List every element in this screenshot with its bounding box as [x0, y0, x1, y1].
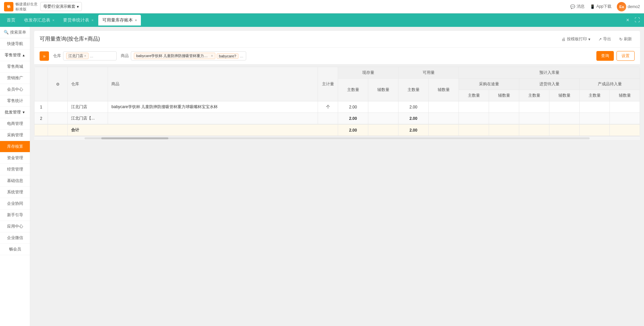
cell-pending-aux — [549, 101, 580, 113]
warehouse-tag-close[interactable]: × — [84, 54, 86, 58]
close-all-tabs-btn[interactable]: × — [625, 16, 631, 25]
col-header-prod-main-qty: 主数量 — [580, 90, 610, 101]
col-header-main-unit: 主计量 — [318, 67, 338, 101]
sidebar: 🔍 搜索菜单 快捷导航 零售管理 ▲ 零售商城 营销推广 会员中心 零售统计 批… — [0, 27, 30, 326]
filter-bar: » 仓库 江北门店 × ... 商品 — [34, 47, 640, 64]
tab-keyongliang[interactable]: 可用量库存账本 × — [98, 15, 141, 26]
app-download-btn[interactable]: 📱 App下载 — [590, 4, 611, 9]
fullscreen-btn[interactable]: ⛶ — [633, 16, 641, 25]
total-stock-main: 2.00 — [338, 124, 368, 136]
product-filter: 商品 babycare学饮杯 儿童防摔防撞吸管杯重力球吸嘴杯宝宝水杯 × bab… — [121, 51, 246, 60]
sidebar-item-new-guide[interactable]: 新手引导 — [0, 209, 30, 221]
sidebar-search[interactable]: 🔍 搜索菜单 — [0, 27, 30, 38]
col-header-avail-main-qty: 主数量 — [398, 79, 429, 101]
scrollbar-track[interactable] — [85, 137, 590, 139]
export-btn[interactable]: ↗ 导出 — [596, 35, 614, 43]
chevron-down-icon: ▾ — [77, 4, 79, 9]
sidebar-item-basic-info[interactable]: 基础信息 — [0, 175, 30, 187]
logo-area: 畅 畅捷通好生意 标准版 — [4, 2, 38, 11]
export-icon: ↗ — [598, 37, 602, 42]
tab-close-icon[interactable]: × — [135, 18, 137, 22]
sidebar-item-member[interactable]: 会员中心 — [0, 84, 30, 95]
total-avail-main: 2.00 — [398, 124, 429, 136]
cell-prod-main — [580, 101, 610, 113]
tab-shoucun[interactable]: 收发存汇总表 × — [20, 15, 58, 26]
col-header-prod-aux-qty: 辅数量 — [610, 90, 640, 101]
col-header-settings[interactable]: ⚙ — [48, 67, 68, 101]
cell-product — [108, 113, 318, 125]
scrollbar-area — [34, 136, 640, 140]
warehouse-input[interactable]: 江北门店 × ... — [63, 51, 117, 60]
cell-stock-aux — [368, 101, 398, 113]
filter-actions: 查询 设置 — [596, 51, 635, 61]
tab-close-icon[interactable]: × — [52, 18, 54, 22]
tab-bar-actions: × ⛶ — [625, 16, 641, 25]
total-row: 合计 2.00 2.00 — [35, 124, 640, 136]
query-button[interactable]: 查询 — [596, 51, 614, 61]
setting-button[interactable]: 设置 — [616, 51, 635, 61]
col-header-purchase-aux-qty: 辅数量 — [489, 90, 519, 101]
sidebar-item-inventory-check[interactable]: 库存核算 — [0, 141, 30, 152]
sidebar-item-member2[interactable]: 畅会员 — [0, 244, 30, 255]
product-tag2: babycare? — [217, 53, 238, 59]
warehouse-more[interactable]: ... — [90, 54, 93, 58]
logo-icon: 畅 — [4, 2, 13, 11]
cell-settings — [48, 113, 68, 125]
cell-index: 2 — [35, 113, 48, 125]
cell-index: 1 — [35, 101, 48, 113]
sidebar-item-retail-stat[interactable]: 零售统计 — [0, 95, 30, 107]
org-selector[interactable]: 母婴行业演示账套 ▾ — [40, 2, 82, 11]
top-bar-left: 畅 畅捷通好生意 标准版 母婴行业演示账套 ▾ — [4, 2, 82, 11]
product-more[interactable]: ... — [240, 54, 243, 58]
table-container: ⚙ 仓库 商品 主计量 现存量 可用量 预计入库量 主数量 辅数量 主数量 — [34, 67, 640, 136]
print-btn[interactable]: 🖨 按模板打印 ▾ — [559, 35, 593, 43]
cell-avail-aux — [429, 101, 459, 113]
message-btn[interactable]: 💬 消息 — [570, 4, 585, 9]
total-purchase-aux — [489, 124, 519, 136]
sidebar-item-marketing[interactable]: 营销推广 — [0, 73, 30, 84]
chevron-icon: ▼ — [22, 110, 25, 114]
sidebar-item-retail-mgmt[interactable]: 零售管理 ▲ — [0, 50, 30, 61]
warehouse-filter: 仓库 江北门店 × ... — [53, 51, 117, 60]
col-header-current-stock: 现存量 — [338, 67, 398, 79]
chevron-down-icon: ▾ — [588, 37, 590, 42]
filter-toggle-btn[interactable]: » — [40, 51, 49, 61]
sidebar-item-wholesale-mgmt[interactable]: 批发管理 ▼ — [0, 107, 30, 118]
cell-prod-main — [580, 113, 610, 125]
refresh-btn[interactable]: ↻ 刷新 — [616, 35, 635, 43]
cell-warehouse: 江北门店 — [68, 101, 108, 113]
cell-unit — [318, 113, 338, 125]
tab-yaohuo[interactable]: 要货单统计表 × — [59, 15, 97, 26]
sidebar-item-retail-mall[interactable]: 零售商城 — [0, 61, 30, 73]
table-row: 1 江北门店 babycare学饮杯 儿童防摔防撞吸管杯重力球吸嘴杯宝宝水杯 个… — [35, 101, 640, 113]
tab-close-icon[interactable]: × — [91, 18, 93, 22]
sidebar-item-purchase-mgmt[interactable]: 采购管理 — [0, 130, 30, 141]
sidebar-item-quick-nav[interactable]: 快捷导航 — [0, 38, 30, 50]
sidebar-item-app-center[interactable]: 应用中心 — [0, 221, 30, 232]
main-layout: 🔍 搜索菜单 快捷导航 零售管理 ▲ 零售商城 营销推广 会员中心 零售统计 批… — [0, 27, 644, 326]
col-header-avail-aux-qty: 辅数量 — [429, 79, 459, 101]
product-input[interactable]: babycare学饮杯 儿童防摔防撞吸管杯重力球吸嘴杯宝宝水杯 × babyca… — [131, 51, 246, 60]
col-header-planned-inbound: 预计入库量 — [459, 67, 640, 79]
warehouse-tag: 江北门店 × — [66, 53, 89, 59]
sidebar-item-enterprise-collab[interactable]: 企业协同 — [0, 198, 30, 209]
cell-pending-main — [519, 101, 549, 113]
col-header-pending-aux-qty: 辅数量 — [549, 90, 580, 101]
cell-prod-aux — [610, 101, 640, 113]
scrollbar-thumb[interactable] — [101, 137, 168, 139]
product-tag1-close[interactable]: × — [211, 54, 213, 58]
sidebar-item-system-mgmt[interactable]: 系统管理 — [0, 187, 30, 198]
sidebar-item-enterprise-wechat[interactable]: 企业微信 — [0, 232, 30, 244]
cell-warehouse: 江北门店【... — [68, 113, 108, 125]
cell-purchase-main — [459, 113, 489, 125]
sidebar-item-operations-mgmt[interactable]: 经营管理 — [0, 164, 30, 175]
top-bar: 畅 畅捷通好生意 标准版 母婴行业演示账套 ▾ 💬 消息 📱 App下载 Ea … — [0, 0, 644, 13]
table-row: 2 江北门店【... 2.00 2.00 — [35, 113, 640, 125]
sidebar-item-ecom-mgmt[interactable]: 电商管理 — [0, 118, 30, 130]
total-avail-aux — [429, 124, 459, 136]
cell-avail-aux — [429, 113, 459, 125]
user-area[interactable]: Ea demo2 — [617, 2, 640, 11]
tab-home[interactable]: 首页 — [3, 17, 19, 23]
sidebar-item-finance-mgmt[interactable]: 资金管理 — [0, 152, 30, 164]
chevron-icon: ▲ — [22, 53, 25, 57]
